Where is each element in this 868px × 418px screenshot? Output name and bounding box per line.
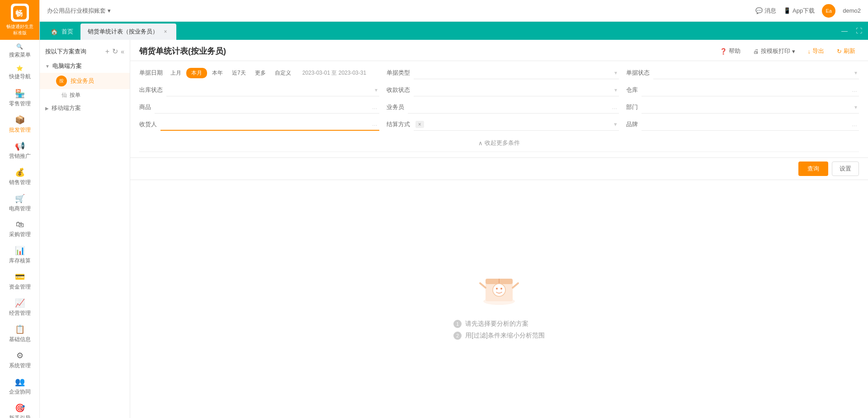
filter-cell-out-status: 出库状态 ▾ (139, 84, 379, 96)
main-area: 办公用品行业模拟账套 ▾ 💬 消息 📱 App下载 Ea demo2 🏠 首页 (40, 0, 868, 418)
hint-text-2: 用[过滤]条件来缩小分析范围 (465, 332, 545, 340)
purchase-icon: 🛍 (16, 220, 24, 229)
scheme-collapse-btn[interactable]: « (121, 48, 124, 55)
warehouse-input[interactable]: … (642, 84, 859, 96)
sidebar-shortcut-label: 快捷导航 (9, 73, 31, 81)
receipt-status-label: 收款状态 (387, 86, 410, 94)
filter-cell-dept: 部门 ▾ (619, 101, 859, 114)
sidebar-shortcut-item[interactable]: ⭐ 快捷导航 (0, 62, 39, 83)
scheme-add-btn[interactable]: + (105, 48, 109, 56)
basic-icon: 📋 (15, 324, 25, 334)
svg-point-6 (493, 284, 505, 296)
warehouse-dots: … (852, 87, 857, 93)
sidebar-item-collab[interactable]: 👥 企业协同 (0, 373, 39, 399)
print-btn[interactable]: 🖨 按模板打印 ▾ (750, 45, 799, 57)
download-icon: 📱 (783, 7, 791, 14)
date-year-btn[interactable]: 本年 (208, 68, 227, 78)
refresh-btn[interactable]: ↻ 刷新 (833, 45, 859, 57)
date-cur-btn[interactable]: 本月 (186, 68, 207, 78)
collapse-icon: ∧ (478, 140, 483, 147)
receipt-status-input[interactable]: ▾ (414, 84, 619, 96)
consignee-dots: … (372, 121, 377, 127)
sidebar-item-ecommerce[interactable]: 🛒 电商管理 (0, 190, 39, 216)
topbar-msg-btn[interactable]: 💬 消息 (755, 7, 776, 15)
tab-sales-stats[interactable]: 销货单统计表（按业务员） × (80, 24, 176, 40)
sidebar-logo[interactable]: 畅 畅捷通好生意标准版 (0, 0, 39, 40)
date-custom-btn[interactable]: 自定义 (271, 68, 295, 78)
sidebar-item-guide[interactable]: 🎯 新手引导 (0, 399, 39, 418)
salesman-input[interactable]: … (408, 101, 619, 114)
doc-type-input[interactable]: ▾ (414, 66, 619, 79)
sidebar-item-management[interactable]: 📈 经营管理 (0, 294, 39, 321)
svg-point-8 (500, 288, 502, 290)
refresh-icon: ↻ (837, 48, 842, 55)
empty-state: 1 请先选择要分析的方案 2 用[过滤]条件来缩小分析范围 (130, 180, 868, 418)
scheme-desktop-group-header[interactable]: ▼ 电脑端方案 (40, 59, 130, 73)
doc-type-chevron: ▾ (614, 70, 617, 76)
out-status-input[interactable]: ▾ (166, 84, 379, 96)
sidebar-search-item[interactable]: 🔍 搜索菜单 (0, 40, 39, 62)
sidebar-item-guide-label: 新手引导 (9, 414, 31, 418)
scheme-refresh-btn[interactable]: ↻ (112, 47, 118, 56)
help-label: 帮助 (729, 47, 741, 55)
svg-text:畅: 畅 (15, 10, 23, 17)
sidebar-item-system-label: 系统管理 (9, 362, 31, 370)
guide-icon: 🎯 (15, 403, 25, 413)
dept-input[interactable]: ▾ (642, 101, 859, 114)
sidebar-item-inventory[interactable]: 📊 库存核算 (0, 242, 39, 268)
settings-button[interactable]: 设置 (832, 162, 859, 176)
collapse-btn[interactable]: ∧ 收起更多条件 (473, 137, 525, 149)
settlement-input[interactable]: × ▾ (414, 118, 619, 131)
scheme-item-by-salesman[interactable]: 按 按业务员 (40, 73, 130, 89)
topbar-suite-dropdown[interactable]: 办公用品行业模拟账套 ▾ (47, 7, 111, 15)
receipt-status-chevron: ▾ (614, 87, 617, 93)
filter-row-3: 商品 … 业务员 … 部门 ▾ (139, 101, 859, 114)
scheme-mobile-arrow: ▶ (45, 106, 49, 111)
settlement-tag-close[interactable]: × (418, 121, 421, 128)
sidebar-item-finance[interactable]: 💳 资金管理 (0, 268, 39, 294)
filter-cell-receipt-status: 收款状态 ▾ (379, 84, 619, 96)
scheme-header: 按以下方案查询 + ↻ « (40, 43, 130, 59)
brand-input[interactable]: … (642, 118, 859, 131)
query-button[interactable]: 查询 (798, 162, 828, 176)
user-avatar[interactable]: Ea (822, 4, 835, 18)
wholesale-icon: 📦 (15, 115, 25, 125)
sidebar-item-sales-label: 销售管理 (9, 179, 31, 186)
doc-status-input[interactable]: ▾ (653, 66, 859, 79)
topbar-right: 💬 消息 📱 App下载 Ea demo2 (755, 4, 861, 18)
export-btn[interactable]: ↓ 导出 (804, 45, 828, 57)
help-btn[interactable]: ❓ 帮助 (716, 45, 744, 57)
svg-line-9 (480, 283, 486, 288)
date-more-btn[interactable]: 更多 (251, 68, 270, 78)
filter-cell-doc-status: 单据状态 ▾ (619, 66, 859, 79)
scheme-mobile-group[interactable]: ▶ 移动端方案 (40, 101, 130, 115)
date-prev-btn[interactable]: 上月 (166, 68, 185, 78)
goods-label: 商品 (139, 103, 151, 111)
logo-text: 畅捷通好生意标准版 (6, 24, 33, 36)
tab-home[interactable]: 🏠 首页 (43, 24, 80, 40)
sidebar-item-collab-label: 企业协同 (9, 388, 31, 396)
tab-close-button[interactable]: × (162, 28, 169, 35)
sidebar-item-system[interactable]: ⚙ 系统管理 (0, 347, 39, 373)
topbar-download-btn[interactable]: 📱 App下载 (783, 7, 815, 15)
sidebar-item-sales[interactable]: 💰 销售管理 (0, 164, 39, 190)
sidebar-item-purchase[interactable]: 🛍 采购管理 (0, 216, 39, 242)
page-title: 销货单统计表(按业务员) (139, 46, 226, 57)
sidebar-item-marketing[interactable]: 📢 营销推广 (0, 138, 39, 164)
sales-icon: 💰 (15, 167, 25, 177)
user-name[interactable]: demo2 (843, 7, 861, 14)
consignee-input[interactable]: … (160, 118, 379, 131)
tab-minimize-btn[interactable]: — (839, 25, 850, 36)
sidebar-item-basic[interactable]: 📋 基础信息 (0, 321, 39, 347)
sidebar-item-retail[interactable]: 🏪 零售管理 (0, 85, 39, 111)
scheme-desktop-group: ▼ 电脑端方案 按 按业务员 仙 按单 (40, 59, 130, 101)
goods-input[interactable]: … (155, 101, 379, 114)
sidebar-item-wholesale[interactable]: 📦 批发管理 (0, 111, 39, 138)
tab-maximize-btn[interactable]: ⛶ (854, 25, 864, 36)
main-content: 销货单统计表(按业务员) ❓ 帮助 🖨 按模板打印 ▾ ↓ 导出 (130, 40, 868, 418)
content-area: 按以下方案查询 + ↻ « ▼ 电脑端方案 按 按业务员 仙 按 (40, 40, 868, 418)
scheme-sub-item-by-order[interactable]: 仙 按单 (40, 89, 130, 101)
out-status-chevron: ▾ (375, 87, 377, 93)
date-week-btn[interactable]: 近7天 (228, 68, 250, 78)
salesman-label: 业务员 (387, 103, 404, 111)
